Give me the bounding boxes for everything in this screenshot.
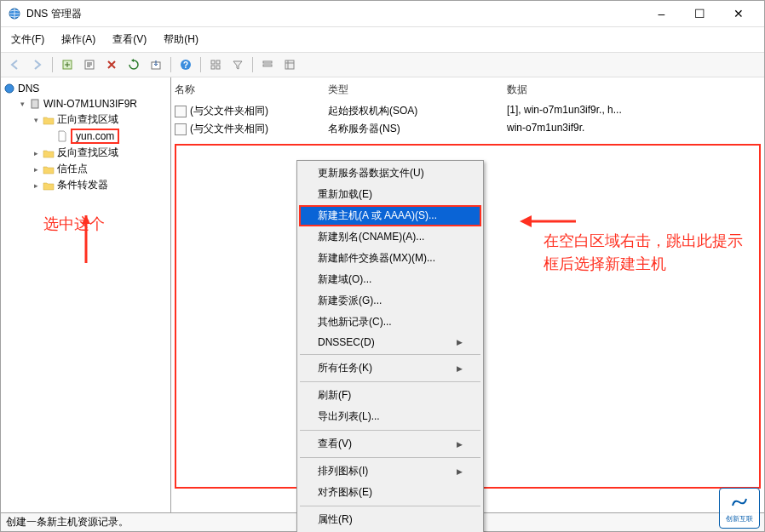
tree-zone-reverse[interactable]: ▸ 反向查找区域 (30, 145, 169, 161)
expander-icon[interactable]: ▾ (16, 98, 28, 110)
ctx-arrange[interactable]: 排列图标(I)▶ (299, 460, 481, 482)
folder-icon (42, 179, 55, 192)
tb-filter-icon[interactable] (228, 55, 247, 74)
folder-icon (42, 146, 55, 160)
folder-icon (42, 113, 55, 127)
ctx-new-domain[interactable]: 新建域(O)... (299, 269, 481, 290)
toolbar: ? (1, 52, 764, 77)
tree-zone-forward[interactable]: ▾ 正向查找区域 (30, 112, 169, 128)
ctx-refresh[interactable]: 刷新(F) (299, 385, 481, 406)
col-name[interactable]: 名称 (175, 83, 328, 97)
nav-back-icon[interactable] (6, 55, 25, 74)
ctx-separator (300, 381, 480, 382)
svg-rect-11 (263, 65, 272, 66)
ctx-properties[interactable]: 属性(R) (299, 509, 481, 530)
menu-view[interactable]: 查看(V) (109, 31, 150, 49)
app-icon (8, 7, 21, 20)
expander-icon[interactable]: ▸ (30, 180, 42, 192)
annotation-rightclick: 在空白区域右击，跳出此提示框后选择新建主机 (544, 230, 756, 276)
close-button[interactable]: ✕ (719, 1, 757, 26)
menu-action[interactable]: 操作(A) (58, 31, 99, 49)
submenu-arrow-icon: ▶ (457, 364, 463, 373)
tb-delete-icon[interactable] (102, 55, 121, 74)
list-row[interactable]: (与父文件夹相同) 名称服务器(NS) win-o7m1un3if9r. (175, 120, 761, 138)
ctx-dnssec[interactable]: DNSSEC(D)▶ (299, 333, 481, 352)
nav-fwd-icon[interactable] (28, 55, 47, 74)
tb-view3-icon[interactable] (280, 55, 299, 74)
annotation-select: 选中这个 (43, 214, 105, 234)
svg-rect-7 (216, 60, 220, 64)
tb-add-icon[interactable] (58, 55, 77, 74)
maximize-button[interactable]: ☐ (681, 1, 719, 26)
menubar: 文件(F) 操作(A) 查看(V) 帮助(H) (1, 26, 764, 52)
submenu-arrow-icon: ▶ (457, 440, 463, 449)
ctx-update-server[interactable]: 更新服务器数据文件(U) (299, 163, 481, 184)
ctx-view[interactable]: 查看(V)▶ (299, 433, 481, 455)
window-title: DNS 管理器 (26, 7, 642, 21)
watermark: 创新互联 (719, 488, 760, 529)
list-row[interactable]: (与父文件夹相同) 起始授权机构(SOA) [1], win-o7m1un3if… (175, 102, 761, 120)
ctx-new-delegation[interactable]: 新建委派(G)... (299, 290, 481, 312)
svg-rect-6 (211, 60, 215, 64)
ctx-all-tasks[interactable]: 所有任务(K)▶ (299, 358, 481, 379)
col-type[interactable]: 类型 (328, 83, 507, 97)
server-icon (28, 97, 42, 111)
svg-rect-12 (285, 60, 294, 69)
tb-view1-icon[interactable] (206, 55, 225, 74)
svg-text:?: ? (183, 60, 188, 70)
tree-pane[interactable]: DNS ▾ WIN-O7M1UN3IF9R ▾ 正向查找 (1, 77, 171, 512)
tb-export-icon[interactable] (147, 55, 165, 74)
svg-rect-14 (32, 100, 38, 108)
record-icon (175, 123, 187, 135)
expander-icon[interactable]: ▸ (30, 163, 42, 175)
svg-point-13 (5, 84, 14, 93)
titlebar[interactable]: DNS 管理器 – ☐ ✕ (1, 1, 764, 26)
minimize-button[interactable]: – (642, 1, 681, 26)
tree-root[interactable]: DNS (3, 81, 169, 96)
menu-file[interactable]: 文件(F) (8, 31, 48, 49)
tree-server[interactable]: ▾ WIN-O7M1UN3IF9R (16, 96, 169, 112)
tb-refresh-icon[interactable] (124, 55, 143, 74)
svg-rect-10 (263, 61, 272, 63)
tree-zone-conditional[interactable]: ▸ 条件转发器 (30, 177, 169, 193)
ctx-new-cname[interactable]: 新建别名(CNAME)(A)... (299, 226, 481, 248)
record-icon (175, 106, 187, 117)
context-menu[interactable]: 更新服务器数据文件(U) 重新加载(E) 新建主机(A 或 AAAA)(S)..… (296, 160, 484, 532)
tree-zone-trust[interactable]: ▸ 信任点 (30, 161, 169, 177)
svg-rect-9 (216, 66, 220, 69)
ctx-other-records[interactable]: 其他新记录(C)... (299, 312, 481, 333)
folder-icon (42, 163, 55, 176)
svg-rect-8 (211, 66, 215, 69)
ctx-align[interactable]: 对齐图标(E) (299, 482, 481, 503)
ctx-reload[interactable]: 重新加载(E) (299, 184, 481, 205)
expander-icon[interactable]: ▸ (30, 147, 42, 159)
submenu-arrow-icon: ▶ (457, 338, 463, 346)
list-header[interactable]: 名称 类型 数据 (175, 81, 761, 102)
tb-view2-icon[interactable] (258, 55, 277, 74)
tree-zone-yun[interactable]: yun.com (43, 128, 169, 145)
ctx-separator (300, 430, 480, 431)
ctx-separator (300, 506, 480, 506)
expander-icon[interactable]: ▾ (30, 114, 42, 126)
menu-help[interactable]: 帮助(H) (160, 31, 202, 49)
ctx-new-host[interactable]: 新建主机(A 或 AAAA)(S)... (299, 205, 481, 226)
ctx-new-mx[interactable]: 新建邮件交换器(MX)(M)... (299, 248, 481, 269)
ctx-separator (300, 457, 480, 458)
tb-help-icon[interactable]: ? (176, 55, 195, 74)
tb-props-icon[interactable] (80, 55, 99, 74)
zone-icon (55, 129, 69, 143)
submenu-arrow-icon: ▶ (457, 467, 463, 476)
col-data[interactable]: 数据 (507, 83, 761, 97)
ctx-separator (300, 354, 480, 355)
dns-icon (3, 82, 16, 95)
ctx-export[interactable]: 导出列表(L)... (299, 406, 481, 427)
